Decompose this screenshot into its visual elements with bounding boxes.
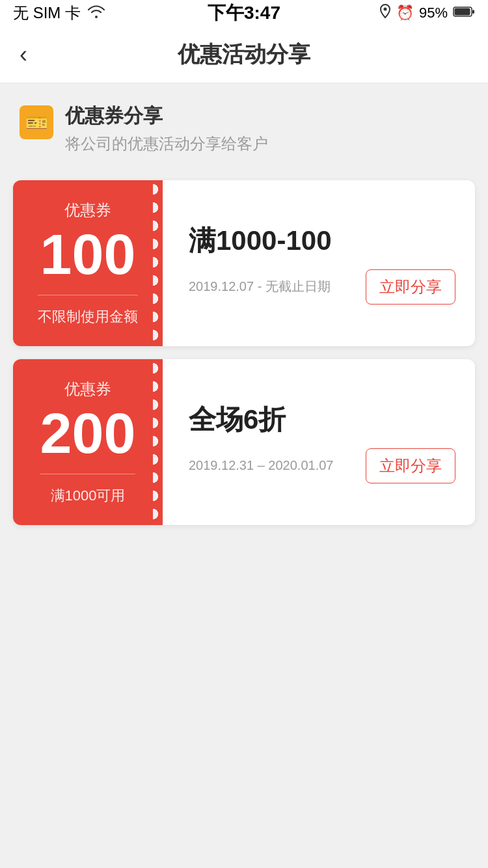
coupon-type-label-0: 优惠券 — [64, 200, 111, 221]
status-time: 下午3:47 — [208, 1, 280, 25]
svg-rect-3 — [472, 10, 474, 14]
coupon-right-0: 满1000-100 2019.12.07 - 无截止日期 立即分享 — [163, 180, 475, 346]
coupon-name-1: 全场6折 — [189, 401, 455, 438]
coupon-date-0: 2019.12.07 - 无截止日期 — [189, 278, 359, 295]
location-icon — [379, 4, 391, 22]
coupon-condition-1: 满1000可用 — [51, 486, 126, 506]
coupon-card: 优惠券 200 满1000可用 全场6折 2019.12.31 – 2020.0… — [13, 359, 475, 525]
empty-area — [0, 545, 488, 868]
share-button-0[interactable]: 立即分享 — [366, 269, 455, 305]
nav-title: 优惠活动分享 — [178, 40, 310, 70]
status-right: ⏰ 95% — [379, 4, 475, 22]
status-bar: 无 SIM 卡 下午3:47 ⏰ 95% — [0, 0, 488, 26]
svg-rect-2 — [455, 8, 470, 16]
coupon-name-0: 满1000-100 — [189, 223, 455, 259]
coupon-left-1: 优惠券 200 满1000可用 — [13, 359, 163, 525]
coupon-right-1: 全场6折 2019.12.31 – 2020.01.07 立即分享 — [163, 359, 475, 525]
coupon-list: 优惠券 100 不限制使用金额 满1000-100 2019.12.07 - 无… — [0, 167, 488, 545]
section-header: 🎫 优惠券分享 将公司的优惠活动分享给客户 — [0, 83, 488, 167]
coupon-divider-0 — [38, 295, 138, 295]
coupon-date-1: 2019.12.31 – 2020.01.07 — [189, 458, 359, 473]
alarm-icon: ⏰ — [396, 5, 414, 21]
coupon-bottom-row-0: 2019.12.07 - 无截止日期 立即分享 — [189, 269, 455, 305]
section-text: 优惠券分享 将公司的优惠活动分享给客户 — [65, 103, 268, 154]
coupon-card: 优惠券 100 不限制使用金额 满1000-100 2019.12.07 - 无… — [13, 180, 475, 346]
coupon-amount-0: 100 — [40, 226, 136, 283]
carrier-text: 无 SIM 卡 — [13, 3, 81, 23]
nav-bar: ‹ 优惠活动分享 — [0, 26, 488, 83]
coupon-amount-1: 200 — [40, 405, 136, 462]
coupon-bottom-row-1: 2019.12.31 – 2020.01.07 立即分享 — [189, 448, 455, 483]
share-button-1[interactable]: 立即分享 — [366, 448, 455, 483]
coupon-divider-1 — [40, 474, 136, 474]
status-left: 无 SIM 卡 — [13, 3, 105, 23]
section-title: 优惠券分享 — [65, 103, 268, 129]
wifi-icon — [87, 4, 105, 22]
section-subtitle: 将公司的优惠活动分享给客户 — [65, 133, 268, 154]
coupon-condition-0: 不限制使用金额 — [38, 307, 138, 327]
coupon-left-0: 优惠券 100 不限制使用金额 — [13, 180, 163, 346]
back-button[interactable]: ‹ — [20, 41, 27, 68]
battery-text: 95% — [419, 5, 448, 21]
coupon-type-label-1: 优惠券 — [64, 379, 111, 400]
coupon-icon: 🎫 — [20, 105, 53, 139]
svg-point-0 — [383, 8, 386, 11]
battery-icon — [453, 5, 475, 21]
